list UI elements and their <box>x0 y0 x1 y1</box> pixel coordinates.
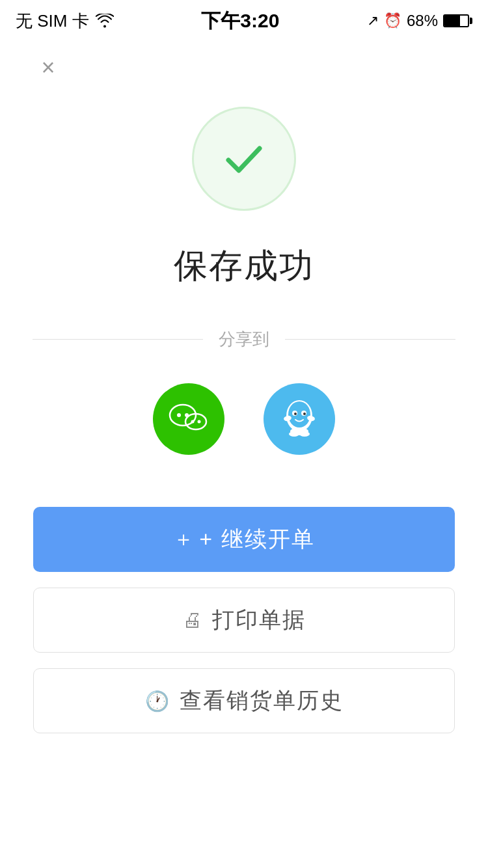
share-icons-row <box>153 383 335 455</box>
qq-icon <box>280 398 319 441</box>
svg-point-10 <box>294 413 297 415</box>
close-button[interactable]: × <box>33 52 64 83</box>
plus-icon: ＋ <box>173 525 195 554</box>
svg-point-7 <box>288 401 310 427</box>
wechat-share-button[interactable] <box>153 383 224 455</box>
main-content: 保存成功 分享到 <box>0 42 488 733</box>
qq-share-button[interactable] <box>264 383 335 455</box>
checkmark-icon <box>218 133 270 185</box>
history-label: 查看销货单历史 <box>180 686 344 716</box>
status-carrier: 无 SIM 卡 <box>16 10 114 33</box>
alarm-icon: ⏰ <box>384 12 401 29</box>
print-button[interactable]: 🖨 打印单据 <box>33 588 455 653</box>
battery-icon <box>443 14 472 27</box>
svg-point-4 <box>191 420 195 424</box>
success-icon-circle <box>192 107 296 211</box>
svg-point-16 <box>299 431 310 437</box>
location-icon: ↗ <box>367 12 379 29</box>
wechat-icon <box>167 401 210 437</box>
continue-label: + 继续开单 <box>199 524 314 554</box>
svg-point-5 <box>198 420 201 424</box>
share-label: 分享到 <box>219 328 269 351</box>
success-title: 保存成功 <box>174 243 314 289</box>
history-button[interactable]: 🕐 查看销货单历史 <box>33 668 455 733</box>
svg-point-1 <box>177 413 181 417</box>
close-icon: × <box>41 54 55 81</box>
status-bar: 无 SIM 卡 下午3:20 ↗ ⏰ 68% <box>0 0 488 42</box>
action-buttons: ＋ + 继续开单 🖨 打印单据 🕐 查看销货单历史 <box>33 507 455 733</box>
clock-icon: 🕐 <box>145 690 170 712</box>
printer-icon: 🖨 <box>182 609 203 631</box>
wifi-icon <box>96 14 114 28</box>
status-right-area: ↗ ⏰ 68% <box>367 12 472 30</box>
svg-point-11 <box>303 413 306 415</box>
battery-percent: 68% <box>407 12 438 30</box>
svg-point-15 <box>289 431 299 437</box>
share-divider: 分享到 <box>0 328 488 351</box>
carrier-text: 无 SIM 卡 <box>16 10 89 33</box>
status-time: 下午3:20 <box>201 8 279 34</box>
continue-button[interactable]: ＋ + 继续开单 <box>33 507 455 572</box>
print-label: 打印单据 <box>212 605 306 635</box>
